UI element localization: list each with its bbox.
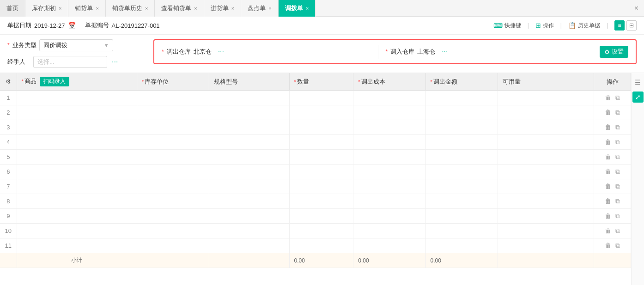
delete-icon-2[interactable]: 🗑	[605, 109, 611, 116]
copy-icon-7[interactable]: ⧉	[615, 183, 620, 190]
delete-icon-9[interactable]: 🗑	[605, 212, 611, 220]
scan-entry-button[interactable]: 扫码录入	[40, 77, 69, 86]
cell-unit-9[interactable]	[137, 209, 209, 224]
tab-inventory-init[interactable]: 库存期初 ×	[25, 0, 68, 17]
cell-amount-7[interactable]	[425, 179, 498, 194]
cell-amount-10[interactable]	[425, 224, 498, 238]
copy-icon-2[interactable]: ⧉	[615, 109, 620, 116]
cell-avail-8[interactable]	[498, 194, 594, 209]
delete-icon-7[interactable]: 🗑	[605, 183, 611, 190]
cell-avail-7[interactable]	[498, 179, 594, 194]
cell-product-3[interactable]	[17, 120, 137, 135]
cell-unit-1[interactable]	[137, 91, 209, 105]
table-settings-icon[interactable]: ⚙	[6, 78, 11, 85]
cell-unit-8[interactable]	[137, 194, 209, 209]
tab-close-view-sales[interactable]: ×	[194, 6, 197, 11]
sidebar-expand-button[interactable]: ⤢	[632, 92, 644, 103]
cell-unit-10[interactable]	[137, 224, 209, 238]
cell-cost-1[interactable]	[353, 91, 425, 105]
copy-icon-3[interactable]: ⧉	[615, 123, 620, 131]
cell-unit-2[interactable]	[137, 105, 209, 120]
tab-close-purchase-order[interactable]: ×	[231, 6, 234, 11]
copy-icon-6[interactable]: ⧉	[615, 168, 620, 175]
tab-close-transfer-order[interactable]: ×	[306, 6, 309, 11]
th-settings[interactable]: ⚙	[0, 73, 17, 91]
cell-cost-7[interactable]	[353, 179, 425, 194]
cell-spec-1[interactable]	[209, 91, 290, 105]
cell-qty-11[interactable]	[289, 238, 353, 253]
cell-product-4[interactable]	[17, 135, 137, 150]
cell-unit-11[interactable]	[137, 238, 209, 253]
cell-avail-9[interactable]	[498, 209, 594, 224]
delete-icon-8[interactable]: 🗑	[605, 197, 611, 205]
cell-qty-3[interactable]	[289, 120, 353, 135]
cell-qty-6[interactable]	[289, 165, 353, 179]
warehouse-out-more-button[interactable]: ···	[218, 48, 224, 56]
copy-icon-4[interactable]: ⧉	[615, 138, 620, 146]
cell-cost-8[interactable]	[353, 194, 425, 209]
copy-icon-5[interactable]: ⧉	[615, 153, 620, 160]
tab-inventory-check[interactable]: 盘点单 ×	[241, 0, 278, 17]
tab-close-sales-history[interactable]: ×	[145, 6, 148, 11]
tab-close-inventory-init[interactable]: ×	[59, 6, 61, 11]
cell-avail-11[interactable]	[498, 238, 594, 253]
copy-icon-9[interactable]: ⧉	[615, 212, 620, 220]
cell-spec-11[interactable]	[209, 238, 290, 253]
cell-spec-5[interactable]	[209, 150, 290, 165]
cell-unit-3[interactable]	[137, 120, 209, 135]
cell-unit-7[interactable]	[137, 179, 209, 194]
cell-cost-9[interactable]	[353, 209, 425, 224]
cell-qty-2[interactable]	[289, 105, 353, 120]
cell-qty-10[interactable]	[289, 224, 353, 238]
cell-avail-1[interactable]	[498, 91, 594, 105]
operations-button[interactable]: ⊞ 操作	[535, 22, 554, 30]
cell-cost-6[interactable]	[353, 165, 425, 179]
cell-product-2[interactable]	[17, 105, 137, 120]
cell-qty-9[interactable]	[289, 209, 353, 224]
cell-spec-6[interactable]	[209, 165, 290, 179]
delete-icon-1[interactable]: 🗑	[605, 94, 611, 101]
cell-product-10[interactable]	[17, 224, 137, 238]
cell-spec-8[interactable]	[209, 194, 290, 209]
cell-qty-8[interactable]	[289, 194, 353, 209]
cell-qty-7[interactable]	[289, 179, 353, 194]
cell-amount-4[interactable]	[425, 135, 498, 150]
sidebar-list-button[interactable]: ☰	[632, 77, 644, 88]
cell-unit-4[interactable]	[137, 135, 209, 150]
cell-cost-5[interactable]	[353, 150, 425, 165]
cell-spec-2[interactable]	[209, 105, 290, 120]
cell-avail-4[interactable]	[498, 135, 594, 150]
shortcuts-button[interactable]: ⌨ 快捷键	[493, 22, 521, 30]
cell-spec-4[interactable]	[209, 135, 290, 150]
tab-home[interactable]: 首页	[0, 0, 25, 17]
close-window-button[interactable]: ×	[629, 0, 644, 17]
handler-more-button[interactable]: ···	[112, 58, 118, 66]
copy-icon-1[interactable]: ⧉	[615, 94, 620, 101]
tab-purchase-order[interactable]: 进货单 ×	[204, 0, 241, 17]
cell-amount-9[interactable]	[425, 209, 498, 224]
cell-unit-6[interactable]	[137, 165, 209, 179]
cell-amount-6[interactable]	[425, 165, 498, 179]
warehouse-in-more-button[interactable]: ···	[442, 48, 448, 56]
copy-icon-11[interactable]: ⧉	[615, 242, 620, 249]
delete-icon-11[interactable]: 🗑	[605, 242, 611, 249]
delete-icon-3[interactable]: 🗑	[605, 123, 611, 131]
delete-icon-4[interactable]: 🗑	[605, 138, 611, 146]
cell-spec-10[interactable]	[209, 224, 290, 238]
tab-sales-history[interactable]: 销货单历史 ×	[106, 0, 155, 17]
calendar-icon[interactable]: 📅	[68, 22, 76, 29]
cell-product-9[interactable]	[17, 209, 137, 224]
cell-avail-3[interactable]	[498, 120, 594, 135]
handler-select[interactable]: 选择...	[33, 56, 107, 68]
cell-cost-10[interactable]	[353, 224, 425, 238]
delete-icon-6[interactable]: 🗑	[605, 168, 611, 175]
cell-amount-8[interactable]	[425, 194, 498, 209]
tab-sales-order[interactable]: 销货单 ×	[68, 0, 105, 17]
cell-spec-7[interactable]	[209, 179, 290, 194]
settings-button[interactable]: ⚙ 设置	[600, 46, 628, 58]
cell-unit-5[interactable]	[137, 150, 209, 165]
tab-view-sales[interactable]: 查看销货单 ×	[155, 0, 204, 17]
cell-spec-9[interactable]	[209, 209, 290, 224]
business-type-select[interactable]: 同价调拨 ▼	[39, 39, 113, 51]
cell-cost-3[interactable]	[353, 120, 425, 135]
